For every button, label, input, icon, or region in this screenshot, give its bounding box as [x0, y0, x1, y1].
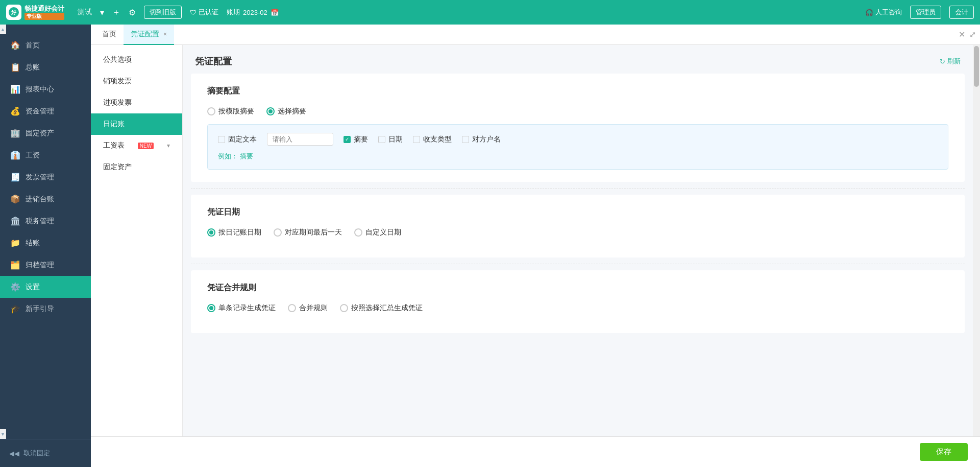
settings-sidebar-icon: ⚙️	[10, 282, 20, 292]
merge-radio-rule[interactable]: 合并规则	[288, 303, 328, 313]
sidebar-item-guide[interactable]: 🎓 新手引导	[0, 298, 91, 320]
sidebar-item-capital-label: 资金管理	[26, 107, 54, 116]
left-nav-payroll-table[interactable]: 工资表 NEW ▾	[91, 135, 182, 156]
top-bar: 好 畅捷通好会计 专业版 测试 ▾ ＋ ⚙ 切到旧版 🛡 已认证 账期 2023…	[0, 0, 980, 25]
sidebar: ▲ 🏠 首页 📋 总账 📊 报表中心 💰 资金管理	[0, 25, 91, 467]
payroll-icon: 👔	[10, 150, 20, 160]
sidebar-item-settings[interactable]: ⚙️ 设置	[0, 276, 91, 298]
divider-2	[191, 264, 965, 264]
summary-checkbox-label: 摘要	[354, 135, 368, 144]
config-header: 凭证配置 ↻ 刷新	[183, 45, 973, 74]
left-nav-purchase-invoice[interactable]: 进项发票	[91, 92, 182, 113]
scrollbar-thumb[interactable]	[974, 46, 979, 87]
admin-button[interactable]: 管理员	[910, 6, 941, 19]
left-nav-public-label: 公共选项	[103, 55, 132, 63]
chevron-down-icon: ▾	[167, 142, 170, 149]
summary-section-title: 摘要配置	[207, 86, 948, 97]
sidebar-item-archive[interactable]: 🗂️ 归档管理	[0, 254, 91, 276]
merge-radio-summary[interactable]: 按照选择汇总生成凭证	[340, 303, 423, 313]
sidebar-item-tax-label: 税务管理	[26, 217, 54, 226]
tab-voucher-config-label: 凭证配置	[131, 30, 159, 39]
sidebar-item-invoice[interactable]: 🧾 发票管理	[0, 166, 91, 188]
content-area: 首页 凭证配置 × ✕ ⤢ 公共选项	[91, 25, 980, 467]
sidebar-scroll-down[interactable]: ▼	[1, 431, 6, 437]
template-radio-label: 按模版摘要	[218, 107, 254, 116]
select-radio-label: 选择摘要	[278, 107, 306, 116]
fixed-text-input[interactable]	[267, 133, 333, 146]
tab-bar-right: ✕ ⤢	[959, 30, 976, 39]
merge-radio-single[interactable]: 单条记录生成凭证	[207, 303, 276, 313]
sidebar-item-capital[interactable]: 💰 资金管理	[0, 100, 91, 122]
sidebar-item-sales-ledger[interactable]: 📦 进销台账	[0, 188, 91, 210]
save-button[interactable]: 保存	[920, 443, 968, 461]
sidebar-item-tax[interactable]: 🏛️ 税务管理	[0, 210, 91, 232]
sidebar-item-settings-label: 设置	[26, 283, 40, 292]
date-checkbox[interactable]: 日期	[378, 135, 403, 144]
refresh-icon: ↻	[940, 58, 945, 65]
tab-voucher-config[interactable]: 凭证配置 ×	[124, 25, 174, 45]
sidebar-item-close-account[interactable]: 📁 结账	[0, 232, 91, 254]
tab-bar-close-icon[interactable]: ✕	[959, 30, 965, 39]
svg-text:好: 好	[11, 10, 17, 15]
tab-bar-expand-icon[interactable]: ⤢	[969, 30, 976, 39]
sidebar-item-fixed-assets[interactable]: 🏢 固定资产	[0, 122, 91, 144]
select-radio-circle	[266, 107, 275, 115]
close-account-icon: 📁	[10, 238, 20, 248]
summary-radio-select[interactable]: 选择摘要	[266, 107, 306, 116]
custom-date-label: 自定义日期	[365, 228, 401, 237]
refresh-label: 刷新	[947, 57, 961, 66]
sidebar-item-report-center[interactable]: 📊 报表中心	[0, 78, 91, 100]
left-nav-sales-invoice[interactable]: 销项发票	[91, 71, 182, 92]
tab-home[interactable]: 首页	[95, 25, 124, 45]
period-info: 账期 2023-02 📅	[227, 8, 279, 17]
date-radio-custom[interactable]: 自定义日期	[354, 228, 401, 237]
custom-date-radio-circle	[354, 228, 362, 237]
income-type-checkbox-box	[413, 136, 420, 143]
example-text: 例如： 摘要	[218, 152, 938, 161]
left-nav-public-options[interactable]: 公共选项	[91, 49, 182, 71]
summary-checkbox[interactable]: 摘要	[344, 135, 368, 144]
sidebar-item-archive-label: 归档管理	[26, 261, 54, 270]
guide-icon: 🎓	[10, 304, 20, 314]
sidebar-item-general-ledger[interactable]: 📋 总账	[0, 56, 91, 78]
logo-sub: 专业版	[24, 13, 64, 20]
sidebar-item-home[interactable]: 🏠 首页	[0, 34, 91, 56]
archive-icon: 🗂️	[10, 260, 20, 270]
left-nav-purchase-label: 进项发票	[103, 98, 132, 106]
top-bar-center: 测试 ▾ ＋ ⚙ 切到旧版 🛡 已认证 账期 2023-02 📅	[78, 6, 865, 19]
pin-icon: ◀◀	[9, 450, 19, 457]
calendar-icon[interactable]: 📅	[271, 9, 279, 16]
settings-icon[interactable]: ⚙	[129, 8, 136, 17]
consult-label: 人工咨询	[875, 8, 902, 17]
role-button[interactable]: 会计	[949, 6, 974, 19]
sidebar-item-payroll[interactable]: 👔 工资	[0, 144, 91, 166]
summary-config-row: 固定文本 摘要 日期	[218, 133, 938, 146]
new-badge: NEW	[138, 143, 154, 149]
counterparty-checkbox[interactable]: 对方户名	[462, 135, 501, 144]
tax-icon: 🏛️	[10, 216, 20, 226]
cancel-fixed-button[interactable]: ◀◀ 取消固定	[5, 445, 86, 462]
left-nav-diary[interactable]: 日记账	[91, 113, 182, 135]
fixed-text-checkbox[interactable]: 固定文本	[218, 135, 257, 144]
bottom-bar: 保存	[91, 436, 980, 467]
counterparty-checkbox-box	[462, 136, 469, 143]
diary-date-label: 按日记账日期	[218, 228, 261, 237]
date-radio-diary[interactable]: 按日记账日期	[207, 228, 261, 237]
left-nav-payroll-label: 工资表	[103, 141, 125, 150]
sidebar-scroll-up[interactable]: ▲	[1, 27, 6, 32]
left-nav-fixed-assets[interactable]: 固定资产	[91, 156, 182, 178]
consult-button[interactable]: 🎧 人工咨询	[865, 8, 902, 17]
switch-old-version-button[interactable]: 切到旧版	[144, 6, 182, 19]
fixed-text-label: 固定文本	[228, 135, 257, 144]
refresh-button[interactable]: ↻ 刷新	[940, 57, 961, 66]
workspace-dropdown-icon[interactable]: ▾	[100, 8, 104, 17]
tab-close-icon[interactable]: ×	[163, 31, 167, 38]
income-type-checkbox[interactable]: 收支类型	[413, 135, 452, 144]
date-radio-period-end[interactable]: 对应期间最后一天	[274, 228, 342, 237]
workspace-name: 测试	[78, 8, 92, 17]
add-icon[interactable]: ＋	[112, 7, 120, 18]
sidebar-item-payroll-label: 工资	[26, 151, 40, 160]
summary-radio-template[interactable]: 按模版摘要	[207, 107, 254, 116]
summary-checkbox-box	[344, 136, 351, 143]
example-prefix: 例如：	[218, 152, 238, 160]
